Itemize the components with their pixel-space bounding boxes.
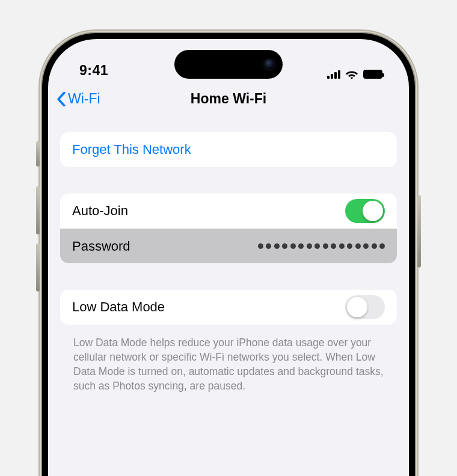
screen: 9:41 Wi-Fi Home Wi-Fi Forget This Networ… [48,39,409,476]
auto-join-label: Auto-Join [72,203,128,219]
group-join-password: Auto-Join Password [60,194,397,263]
nav-bar: Wi-Fi Home Wi-Fi [48,82,409,115]
volume-down-button [36,243,40,291]
forget-network-label: Forget This Network [72,142,191,157]
chevron-left-icon [57,92,66,106]
front-camera-icon [265,60,274,69]
forget-network-button[interactable]: Forget This Network [60,132,397,167]
group-low-data: Low Data Mode [60,290,397,325]
page-title: Home Wi-Fi [191,91,266,107]
content: Forget This Network Auto-Join Password L… [48,115,409,394]
status-time: 9:41 [79,63,108,79]
side-button [417,195,421,267]
low-data-label: Low Data Mode [72,299,165,315]
low-data-footer: Low Data Mode helps reduce your iPhone d… [60,335,397,394]
auto-join-row: Auto-Join [60,194,397,228]
phone-frame: 9:41 Wi-Fi Home Wi-Fi Forget This Networ… [42,33,415,476]
password-row[interactable]: Password [60,228,397,263]
silent-switch [36,141,40,166]
auto-join-toggle[interactable] [345,199,385,223]
low-data-row: Low Data Mode [60,290,397,325]
back-label: Wi-Fi [68,91,100,107]
low-data-toggle[interactable] [345,295,385,319]
back-button[interactable]: Wi-Fi [57,91,100,107]
password-label: Password [72,239,130,254]
battery-icon [363,70,382,79]
volume-up-button [36,186,40,234]
wifi-icon [345,69,358,79]
dynamic-island [174,50,283,79]
password-dots [258,243,385,249]
group-forget: Forget This Network [60,132,397,167]
cellular-signal-icon [327,70,340,79]
